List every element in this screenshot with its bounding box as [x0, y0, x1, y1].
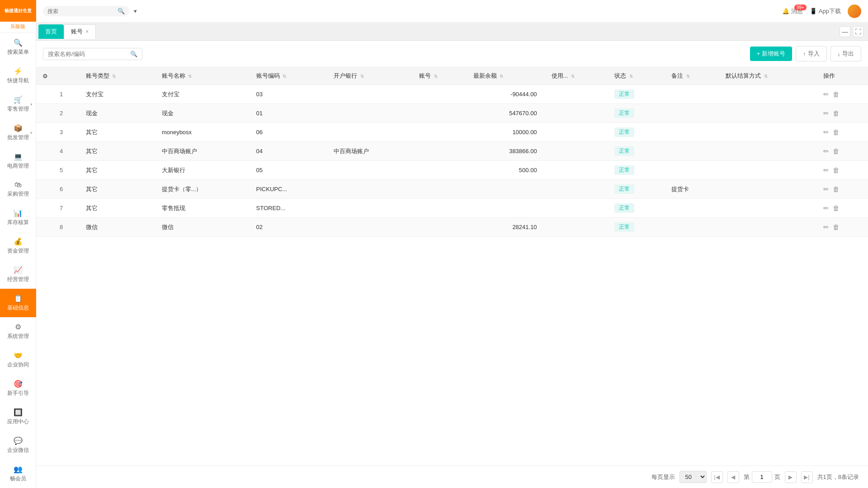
tab-minimize-btn[interactable]: — — [840, 26, 850, 37]
page-number-input[interactable] — [752, 471, 772, 483]
col-balance[interactable]: 最新余额 ⇅ — [468, 67, 546, 85]
app-center-icon: 🔲 — [0, 408, 36, 417]
page-next-btn[interactable]: ▶ — [785, 471, 797, 483]
row-balance-cell: 383866.00 — [468, 142, 546, 161]
col-name[interactable]: 账号名称 ⇅ — [156, 67, 251, 85]
export-label: 导出 — [842, 50, 854, 58]
sidebar-item-basic-label: 基础信息 — [0, 304, 36, 312]
col-code[interactable]: 账号编码 ⇅ — [251, 67, 329, 85]
col-status[interactable]: 状态 ⇅ — [609, 67, 666, 85]
action-buttons: ✏ 🗑 — [823, 204, 863, 212]
table-body: 1 支付宝 支付宝 03 -90444.00 正常 ✏ 🗑 2 现金 现金 01 — [36, 85, 868, 237]
sidebar-item-finance[interactable]: 💰 资金管理 — [0, 232, 36, 260]
table-row: 3 其它 moneybosx 06 10000.00 正常 ✏ 🗑 — [36, 123, 868, 142]
page-input-box: 第 页 — [744, 471, 780, 483]
nav-search-box[interactable]: 🔍 — [43, 6, 129, 16]
row-code-cell: PICKUPC... — [251, 180, 329, 199]
sidebar-item-inventory[interactable]: 📊 库存核算 — [0, 203, 36, 232]
sidebar-item-wholesale-label: 批发管理 — [0, 134, 36, 141]
row-name-cell: 现金 — [156, 104, 251, 123]
sidebar-item-system[interactable]: ⚙ 系统管理 — [0, 317, 36, 346]
col-type[interactable]: 账号类型 ⇅ — [80, 67, 156, 85]
delete-icon[interactable]: 🗑 — [833, 128, 840, 136]
sidebar-item-purchase[interactable]: 🛍 采购管理 — [0, 175, 36, 203]
per-page-select[interactable]: 50 20 100 — [679, 471, 707, 483]
import-button[interactable]: ↑ 导入 — [796, 46, 827, 61]
edit-icon[interactable]: ✏ — [823, 223, 829, 231]
row-type-cell: 其它 — [80, 199, 156, 218]
col-default-payment-label: 默认结算方式 — [726, 72, 761, 79]
delete-icon[interactable]: 🗑 — [833, 204, 840, 212]
page-last-btn[interactable]: ▶| — [801, 471, 813, 483]
page-prev-btn[interactable]: ◀ — [727, 471, 739, 483]
sidebar-item-ecommerce[interactable]: 💻 电商管理 — [0, 147, 36, 175]
row-code-cell: 02 — [251, 218, 329, 237]
row-balance-cell: 10000.00 — [468, 123, 546, 142]
export-button[interactable]: ↓ 导出 — [830, 46, 862, 61]
status-badge: 正常 — [614, 184, 634, 194]
delete-icon[interactable]: 🗑 — [833, 223, 840, 231]
edit-icon[interactable]: ✏ — [823, 109, 829, 117]
sidebar-item-enterprise[interactable]: 🤝 企业协同 — [0, 346, 36, 374]
status-badge: 正常 — [614, 127, 634, 137]
page-first-btn[interactable]: |◀ — [711, 471, 723, 483]
col-actions-label: 操作 — [823, 72, 835, 79]
nav-download-btn[interactable]: 📱 App下载 — [810, 7, 841, 15]
quick-nav-icon: ⚡ — [0, 67, 36, 75]
row-code-cell: 03 — [251, 85, 329, 104]
sidebar-item-basic[interactable]: 📋 基础信息 — [0, 289, 36, 317]
delete-icon[interactable]: 🗑 — [833, 166, 840, 174]
add-account-button[interactable]: + 新增账号 — [750, 47, 792, 61]
edit-icon[interactable]: ✏ — [823, 90, 829, 99]
col-default-payment[interactable]: 默认结算方式 ⇅ — [720, 67, 818, 85]
delete-icon[interactable]: 🗑 — [833, 109, 840, 117]
edit-icon[interactable]: ✏ — [823, 204, 829, 212]
sidebar-item-member[interactable]: 👥 畅会员 — [0, 460, 36, 488]
delete-icon[interactable]: 🗑 — [833, 185, 840, 193]
user-avatar[interactable] — [848, 5, 861, 18]
sidebar-item-search[interactable]: 🔍 搜索菜单 — [0, 33, 36, 61]
tab-accounts[interactable]: 账号 × — [64, 24, 96, 39]
col-usage[interactable]: 使用... ⇅ — [546, 67, 609, 85]
col-account[interactable]: 账号 ⇅ — [414, 67, 468, 85]
col-bank[interactable]: 开户银行 ⇅ — [328, 67, 414, 85]
row-type-cell: 现金 — [80, 104, 156, 123]
nav-search-input[interactable] — [47, 8, 115, 14]
search-box[interactable]: 🔍 — [43, 48, 142, 60]
edit-icon[interactable]: ✏ — [823, 185, 829, 193]
col-settings[interactable]: ⚙ — [36, 67, 54, 85]
col-remark[interactable]: 备注 ⇅ — [666, 67, 720, 85]
row-remark-cell: 提货卡 — [666, 180, 720, 199]
edit-icon[interactable]: ✏ — [823, 147, 829, 155]
tab-maximize-btn[interactable]: ⛶ — [853, 26, 863, 37]
nav-dropdown[interactable]: ▾ — [134, 8, 137, 14]
row-account-cell — [414, 199, 468, 218]
row-gear-cell — [36, 161, 54, 180]
nav-message-btn[interactable]: 🔔 消息 99+ — [782, 7, 803, 15]
sidebar-item-quick-nav[interactable]: ⚡ 快捷导航 — [0, 61, 36, 90]
tab-bar: 首页 账号 × — ⛶ — [36, 23, 868, 41]
sidebar-item-operation[interactable]: 📈 经营管理 — [0, 260, 36, 289]
sidebar-item-guide[interactable]: 🎯 新手引导 — [0, 374, 36, 403]
row-status-cell: 正常 — [609, 199, 666, 218]
edit-icon[interactable]: ✏ — [823, 166, 829, 174]
per-page-label: 每页显示 — [651, 473, 675, 481]
tab-close-icon[interactable]: × — [85, 28, 89, 35]
row-num-cell: 6 — [54, 180, 80, 199]
row-name-cell: 微信 — [156, 218, 251, 237]
table-row: 1 支付宝 支付宝 03 -90444.00 正常 ✏ 🗑 — [36, 85, 868, 104]
row-usage-cell — [546, 142, 609, 161]
sidebar-item-retail[interactable]: 🛒 零售管理 ▾ — [0, 90, 36, 118]
search-input[interactable] — [48, 51, 128, 57]
sidebar-item-app-center[interactable]: 🔲 应用中心 — [0, 403, 36, 431]
sidebar-item-wholesale[interactable]: 📦 批发管理 ▾ — [0, 118, 36, 147]
tab-home[interactable]: 首页 — [38, 24, 64, 39]
action-buttons: ✏ 🗑 — [823, 223, 863, 231]
sidebar-item-guide-label: 新手引导 — [0, 389, 36, 397]
delete-icon[interactable]: 🗑 — [833, 90, 840, 99]
delete-icon[interactable]: 🗑 — [833, 147, 840, 155]
edit-icon[interactable]: ✏ — [823, 128, 829, 136]
row-remark-cell — [666, 104, 720, 123]
accounts-table: ⚙ 账号类型 ⇅ 账号名称 ⇅ 账号编码 ⇅ — [36, 67, 868, 237]
sidebar-item-enterprise-wechat[interactable]: 💬 企业微信 — [0, 431, 36, 460]
